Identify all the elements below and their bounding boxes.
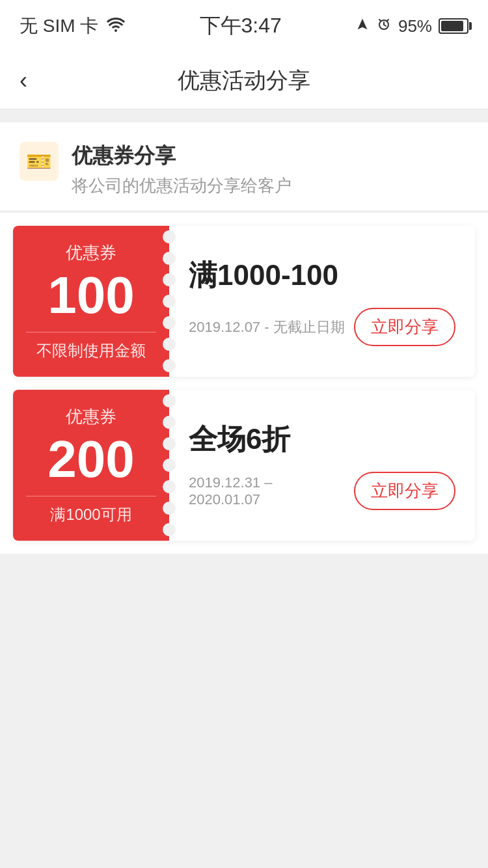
coupon-name-1: 满1000-100 <box>189 256 455 295</box>
coupon-right-1: 满1000-100 2019.12.07 - 无截止日期 立即分享 <box>169 226 475 377</box>
coupon-type-1: 优惠券 <box>66 241 116 264</box>
alarm-icon <box>376 16 392 36</box>
coupon-condition-2: 满1000可用 <box>26 496 156 525</box>
coupon-name-2: 全场6折 <box>189 420 455 459</box>
coupon-divider-2 <box>163 390 176 541</box>
page-title: 优惠活动分享 <box>178 66 310 96</box>
coupon-bottom-2: 2019.12.31 – 2020.01.07 立即分享 <box>189 472 455 510</box>
time-label: 下午3:47 <box>200 12 282 40</box>
empty-area <box>0 554 488 868</box>
section-icon: 🎫 <box>20 142 59 181</box>
status-bar: 无 SIM 卡 下午3:47 95% <box>0 0 488 52</box>
coupon-right-2: 全场6折 2019.12.31 – 2020.01.07 立即分享 <box>169 390 475 541</box>
status-left: 无 SIM 卡 <box>20 14 126 38</box>
section-header: 🎫 优惠券分享 将公司的优惠活动分享给客户 <box>0 122 488 210</box>
coupon-card-2: 优惠券 200 满1000可用 全场6折 2019.12.31 – 2020.0… <box>13 390 475 541</box>
section-title: 优惠券分享 <box>72 142 291 170</box>
carrier-label: 无 SIM 卡 <box>20 14 98 38</box>
coupons-container: 优惠券 100 不限制使用金额 满1000-100 2019.12.07 - 无… <box>0 213 488 554</box>
coupon-condition-1: 不限制使用金额 <box>26 332 156 361</box>
section-subtitle: 将公司的优惠活动分享给客户 <box>72 174 291 197</box>
coupon-left-1: 优惠券 100 不限制使用金额 <box>13 226 169 377</box>
wifi-icon <box>106 16 126 36</box>
coupon-card-1: 优惠券 100 不限制使用金额 满1000-100 2019.12.07 - 无… <box>13 226 475 377</box>
nav-bar: ‹ 优惠活动分享 <box>0 52 488 109</box>
status-right: 95% <box>355 16 468 36</box>
battery-icon <box>439 18 468 34</box>
coupon-bottom-1: 2019.12.07 - 无截止日期 立即分享 <box>189 308 455 346</box>
share-button-1[interactable]: 立即分享 <box>354 308 455 346</box>
back-button[interactable]: ‹ <box>20 67 27 94</box>
coupon-left-2: 优惠券 200 满1000可用 <box>13 390 169 541</box>
location-icon <box>355 16 370 36</box>
coupon-date-1: 2019.12.07 - 无截止日期 <box>189 318 347 337</box>
coupon-type-2: 优惠券 <box>66 405 116 428</box>
coupon-date-2: 2019.12.31 – 2020.01.07 <box>189 474 347 508</box>
coupon-amount-1: 100 <box>47 269 134 321</box>
coupon-divider-1 <box>163 226 176 377</box>
coupon-amount-2: 200 <box>47 433 134 485</box>
share-button-2[interactable]: 立即分享 <box>354 472 455 510</box>
battery-percent: 95% <box>398 16 432 36</box>
section-text: 优惠券分享 将公司的优惠活动分享给客户 <box>72 142 291 197</box>
